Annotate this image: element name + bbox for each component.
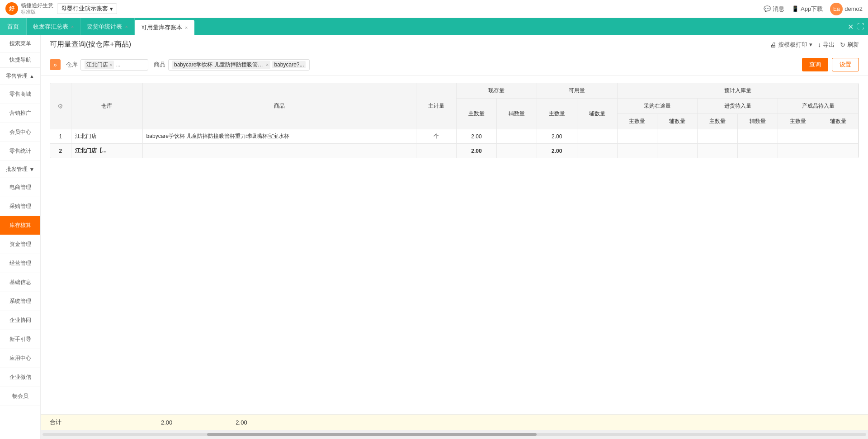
tab-home[interactable]: 首页 — [0, 18, 27, 35]
sidebar-quick-nav[interactable]: 快捷导航 — [0, 52, 40, 68]
product-tag-1: babycare学饮杯 儿童防摔防撞吸管杯重力球吸嘴杯宝宝水杯 × — [172, 61, 270, 69]
sidebar: 搜索菜单 快捷导航 零售管理 ▲ 零售商城 营销推广 会员中心 零售统计 批发管… — [0, 35, 41, 439]
th-unit: 主计量 — [416, 83, 457, 129]
row2-purchase-aux — [657, 144, 698, 158]
logo-text-area: 畅捷通好生意 标准版 — [21, 2, 53, 15]
member-label: 畅会员 — [12, 393, 28, 399]
table-footer: 合计 2.00 2.00 — [41, 414, 868, 430]
gear-icon[interactable]: ⚙ — [57, 103, 63, 110]
warehouse-tag-remove[interactable]: × — [109, 62, 112, 67]
sidebar-item-wholesale-mgmt[interactable]: 批发管理 ▼ — [0, 161, 40, 178]
filter-bar: » 仓库 江北门店 × ... 商品 babycare学饮杯 儿童防摔防撞吸管杯… — [41, 54, 868, 76]
print-button[interactable]: 🖨 按模板打印 ▾ — [770, 41, 812, 49]
wechat-label: 企业微信 — [9, 374, 31, 380]
row2-incoming-main — [698, 144, 738, 158]
row1-index: 1 — [50, 129, 71, 144]
sidebar-item-enterprise[interactable]: 企业协同 — [0, 311, 40, 330]
user-name: demo2 — [844, 5, 863, 12]
product-tags-input[interactable]: babycare学饮杯 儿童防摔防撞吸管杯重力球吸嘴杯宝宝水杯 × babyca… — [168, 59, 310, 71]
sidebar-item-wechat[interactable]: 企业微信 — [0, 368, 40, 387]
product-filter-label: 商品 — [154, 61, 165, 69]
row2-index: 2 — [50, 144, 71, 158]
row2-purchase-main — [617, 144, 657, 158]
sidebar-item-ecommerce[interactable]: 电商管理 — [0, 178, 40, 197]
row1-current-main: 2.00 — [456, 129, 496, 144]
row1-warehouse: 江北门店 — [71, 129, 142, 144]
th-warehouse: 仓库 — [71, 83, 142, 129]
table-row-subtotal: 2 江北门店【... 2.00 2.00 — [50, 144, 859, 158]
sidebar-item-member[interactable]: 畅会员 — [0, 387, 40, 406]
tab-revenue-label: 收发存汇总表 — [33, 23, 68, 31]
print-chevron-icon: ▾ — [809, 41, 812, 48]
print-label: 按模板打印 — [778, 41, 807, 49]
sidebar-item-inventory[interactable]: 库存核算 — [0, 216, 40, 235]
export-label: 导出 — [823, 41, 835, 49]
message-button[interactable]: 💬 消息 — [764, 5, 784, 13]
tab-expand-button[interactable]: ⛶ — [857, 23, 864, 31]
content-area: 可用量查询(按仓库+商品) 🖨 按模板打印 ▾ ↓ 导出 ↻ 刷新 — [41, 35, 868, 439]
sidebar-item-basic-info[interactable]: 基础信息 — [0, 273, 40, 292]
basic-info-label: 基础信息 — [9, 279, 31, 285]
export-button[interactable]: ↓ 导出 — [818, 41, 835, 49]
row1-current-aux — [496, 129, 537, 144]
product-tag-1-remove[interactable]: × — [266, 62, 269, 67]
query-button[interactable]: 查询 — [802, 58, 828, 71]
th-forecast-group: 预计入库量 — [617, 83, 859, 99]
sidebar-item-marketing[interactable]: 营销推广 — [0, 104, 40, 123]
retail-mgmt-label: 零售管理 — [6, 72, 28, 80]
product-tag-2: babycare?... — [272, 61, 306, 68]
th-purchase-aux: 辅数量 — [657, 114, 698, 129]
tab-close-all-button[interactable]: ✕ — [848, 23, 854, 31]
th-product: 商品 — [142, 83, 416, 129]
top-bar: 好 畅捷通好生意 标准版 母婴行业演示账套 ▾ 💬 消息 📱 App下载 Ea … — [0, 0, 868, 18]
sidebar-item-retail-mgmt[interactable]: 零售管理 ▲ — [0, 68, 40, 85]
footer-scroll[interactable] — [41, 430, 868, 439]
sidebar-item-onboarding[interactable]: 新手引导 — [0, 330, 40, 349]
row2-incoming-aux — [738, 144, 778, 158]
th-incoming-main: 主数量 — [698, 114, 738, 129]
main-layout: 搜索菜单 快捷导航 零售管理 ▲ 零售商城 营销推广 会员中心 零售统计 批发管… — [0, 35, 868, 439]
warehouse-tags-input[interactable]: 江北门店 × ... — [80, 59, 148, 71]
row1-product: babycare学饮杯 儿童防摔防撞吸管杯重力球吸嘴杯宝宝水杯 — [142, 129, 416, 144]
app-download-button[interactable]: 📱 App下载 — [792, 5, 823, 13]
tab-order-close[interactable]: × — [125, 24, 127, 29]
sidebar-item-finance[interactable]: 资金管理 — [0, 235, 40, 254]
row2-current-main: 2.00 — [456, 144, 496, 158]
template-label: 标准版 — [21, 9, 53, 15]
sidebar-item-member-center[interactable]: 会员中心 — [0, 123, 40, 142]
data-table: ⚙ 仓库 商品 主计量 现存量 可用量 预计入库量 主数量 辅数量 主数量 — [50, 83, 859, 158]
top-bar-left: 好 畅捷通好生意 标准版 母婴行业演示账套 ▾ — [5, 2, 117, 15]
online-store-label: 零售商城 — [9, 91, 31, 97]
sidebar-item-purchase[interactable]: 采购管理 — [0, 197, 40, 216]
industry-selector[interactable]: 母婴行业演示账套 ▾ — [57, 3, 117, 14]
sidebar-item-app-center[interactable]: 应用中心 — [0, 349, 40, 368]
sidebar-item-system[interactable]: 系统管理 — [0, 292, 40, 311]
sidebar-search[interactable]: 搜索菜单 — [0, 35, 40, 52]
settings-button[interactable]: 设置 — [832, 58, 859, 71]
tab-order-stats[interactable]: 要货单统计表 × — [80, 18, 134, 35]
export-icon: ↓ — [818, 41, 821, 48]
row1-purchase-main — [617, 129, 657, 144]
chevron-icon: ▲ — [29, 73, 35, 80]
scroll-thumb[interactable] — [207, 433, 537, 436]
warehouse-filter-label: 仓库 — [66, 61, 78, 69]
scroll-track[interactable] — [42, 433, 866, 436]
th-purchase-group: 采购在途量 — [617, 99, 698, 114]
refresh-button[interactable]: ↻ 刷新 — [840, 41, 859, 49]
tab-available-inventory[interactable]: 可用量库存账本 × — [135, 20, 194, 35]
th-current-main: 主数量 — [456, 99, 496, 129]
row2-current-aux — [496, 144, 537, 158]
tab-inventory-label: 可用量库存账本 — [141, 24, 182, 32]
user-area[interactable]: Ea demo2 — [830, 3, 863, 15]
filter-expand-button[interactable]: » — [50, 59, 61, 70]
sidebar-item-online-store[interactable]: 零售商城 — [0, 85, 40, 104]
tab-inventory-close[interactable]: × — [185, 25, 188, 30]
tab-revenue-close[interactable]: × — [71, 24, 74, 29]
tab-revenue-summary[interactable]: 收发存汇总表 × — [27, 18, 80, 35]
th-avail-main: 主数量 — [537, 99, 577, 129]
sidebar-item-operations[interactable]: 经营管理 — [0, 254, 40, 273]
filter-actions: 查询 设置 — [802, 58, 859, 71]
search-label: 搜索菜单 — [9, 40, 31, 47]
row2-avail-main: 2.00 — [537, 144, 577, 158]
sidebar-item-retail-stats[interactable]: 零售统计 — [0, 142, 40, 161]
